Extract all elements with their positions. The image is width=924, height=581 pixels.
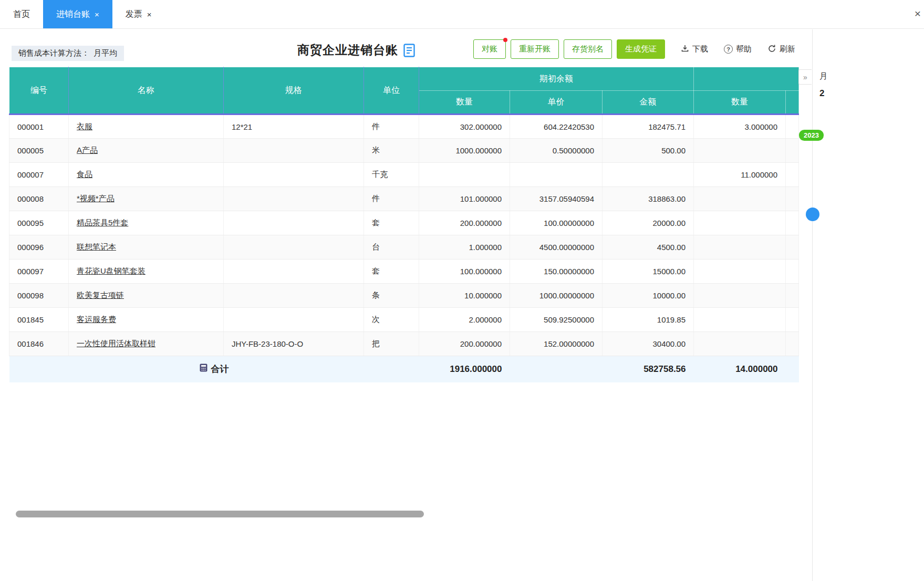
cell-price: 0.50000000 — [510, 139, 603, 163]
refresh-icon — [767, 44, 776, 55]
cell-sliver — [786, 139, 799, 163]
cell-sliver — [786, 235, 799, 260]
cell-name: *视频*产品 — [69, 187, 224, 211]
col-header-amount: 金额 — [603, 91, 694, 115]
tab-ledger-close-icon[interactable]: × — [95, 11, 99, 18]
generate-voucher-button[interactable]: 生成凭证 — [617, 39, 665, 59]
item-name-link[interactable]: 食品 — [77, 170, 92, 179]
item-name-link[interactable]: 一次性使用活体取样钳 — [77, 339, 155, 348]
notification-dot — [503, 38, 507, 42]
cell-amount: 15000.00 — [603, 260, 694, 284]
cell-code: 000098 — [9, 284, 69, 308]
cell-amount — [603, 163, 694, 187]
cell-name: A产品 — [69, 139, 224, 163]
cell-price: 100.00000000 — [510, 211, 603, 235]
cell-name: 食品 — [69, 163, 224, 187]
cell-qty2 — [694, 284, 786, 308]
tab-invoice[interactable]: 发票 × — [112, 0, 165, 28]
item-name-link[interactable]: 客运服务费 — [77, 315, 116, 324]
cell-code: 000001 — [9, 115, 69, 139]
table-row: 001846一次性使用活体取样钳JHY-FB-23-180-O-O把200.00… — [9, 332, 799, 356]
cell-price: 1000.00000000 — [510, 284, 603, 308]
item-name-link[interactable]: A产品 — [77, 146, 98, 154]
tab-bar: 首页 进销台账 × 发票 × × — [0, 0, 924, 29]
cell-qty: 10.000000 — [419, 284, 510, 308]
cell-amount: 500.00 — [603, 139, 694, 163]
cell-amount: 182475.71 — [603, 115, 694, 139]
cell-qty: 2.000000 — [419, 308, 510, 332]
horizontal-scrollbar-thumb[interactable] — [16, 511, 424, 517]
cell-name: 欧美复古项链 — [69, 284, 224, 308]
cell-price: 150.00000000 — [510, 260, 603, 284]
generate-voucher-button-label: 生成凭证 — [625, 44, 657, 54]
tab-ledger[interactable]: 进销台账 × — [43, 0, 112, 28]
total-qty2: 14.000000 — [694, 356, 786, 382]
right-panel: 月 2 2023 — [812, 29, 924, 581]
total-price — [510, 356, 603, 382]
cell-price: 3157.05940594 — [510, 187, 603, 211]
item-name-link[interactable]: 欧美复古项链 — [77, 290, 124, 299]
col-header-unit: 单位 — [364, 67, 419, 115]
cell-qty2: 3.000000 — [694, 115, 786, 139]
reconcile-button-label: 对账 — [482, 44, 497, 54]
ledger-table: 编号 名称 规格 单位 期初余额 数量 单价 金额 数量 000001衣服12*… — [9, 67, 798, 382]
cell-sliver — [786, 115, 799, 139]
help-button[interactable]: ? 帮助 — [724, 44, 752, 54]
cell-name: 客运服务费 — [69, 308, 224, 332]
inventory-alias-button-label: 存货别名 — [572, 44, 604, 54]
tab-invoice-close-icon[interactable]: × — [147, 11, 152, 18]
download-button-label: 下载 — [692, 44, 708, 54]
help-icon: ? — [724, 45, 733, 54]
total-qty: 1916.000000 — [419, 356, 510, 382]
cell-qty: 100.000000 — [419, 260, 510, 284]
panel-expander-icon[interactable]: » — [798, 69, 812, 85]
page-title-wrap: 商贸企业进销台账 — [297, 42, 415, 58]
cell-qty2 — [694, 260, 786, 284]
utility-button-group: 下载 ? 帮助 刷新 — [681, 44, 795, 55]
tab-home[interactable]: 首页 — [0, 0, 43, 28]
cell-code: 001845 — [9, 308, 69, 332]
item-name-link[interactable]: *视频*产品 — [77, 194, 115, 203]
cost-method-value[interactable]: 月平均 — [94, 48, 117, 58]
cell-sliver — [786, 211, 799, 235]
reconcile-button[interactable]: 对账 — [473, 39, 506, 59]
item-name-link[interactable]: 青花瓷U盘钢笔套装 — [77, 266, 146, 275]
cost-method-chip: 销售成本计算方法： 月平均 — [12, 46, 124, 61]
item-name-link[interactable]: 衣服 — [77, 122, 92, 131]
cell-qty: 1000.000000 — [419, 139, 510, 163]
cell-sliver — [786, 260, 799, 284]
download-button[interactable]: 下载 — [681, 44, 708, 54]
page-title: 商贸企业进销台账 — [297, 42, 398, 58]
cell-amount: 1019.85 — [603, 308, 694, 332]
cell-code: 000008 — [9, 187, 69, 211]
col-header-sliver — [786, 91, 799, 115]
cell-price: 509.92500000 — [510, 308, 603, 332]
cell-amount: 20000.00 — [603, 211, 694, 235]
inventory-alias-button[interactable]: 存货别名 — [564, 39, 612, 59]
action-button-group: 对账 重新开账 存货别名 生成凭证 — [473, 39, 665, 59]
cell-code: 000007 — [9, 163, 69, 187]
floating-action-button[interactable] — [806, 208, 819, 221]
cell-qty2 — [694, 308, 786, 332]
cell-sliver — [786, 163, 799, 187]
tabbar-close-icon[interactable]: × — [915, 7, 921, 20]
year-badge[interactable]: 2023 — [799, 130, 824, 141]
item-name-link[interactable]: 精品茶具5件套 — [77, 218, 128, 227]
table-row: 000005A产品米1000.0000000.50000000500.00 — [9, 139, 799, 163]
cell-spec — [224, 187, 364, 211]
reopen-button[interactable]: 重新开账 — [511, 39, 559, 59]
download-icon — [681, 44, 689, 54]
cell-amount: 318863.00 — [603, 187, 694, 211]
col-header-code: 编号 — [9, 67, 69, 115]
table-row: 000095精品茶具5件套套200.000000100.000000002000… — [9, 211, 799, 235]
document-icon[interactable] — [403, 44, 415, 57]
refresh-button[interactable]: 刷新 — [767, 44, 795, 55]
cell-unit: 台 — [364, 235, 419, 260]
cell-qty: 200.000000 — [419, 332, 510, 356]
cell-amount: 10000.00 — [603, 284, 694, 308]
calculator-icon — [200, 364, 207, 375]
item-name-link[interactable]: 联想笔记本 — [77, 242, 116, 251]
cell-amount: 30400.00 — [603, 332, 694, 356]
cell-spec — [224, 308, 364, 332]
cell-qty: 101.000000 — [419, 187, 510, 211]
